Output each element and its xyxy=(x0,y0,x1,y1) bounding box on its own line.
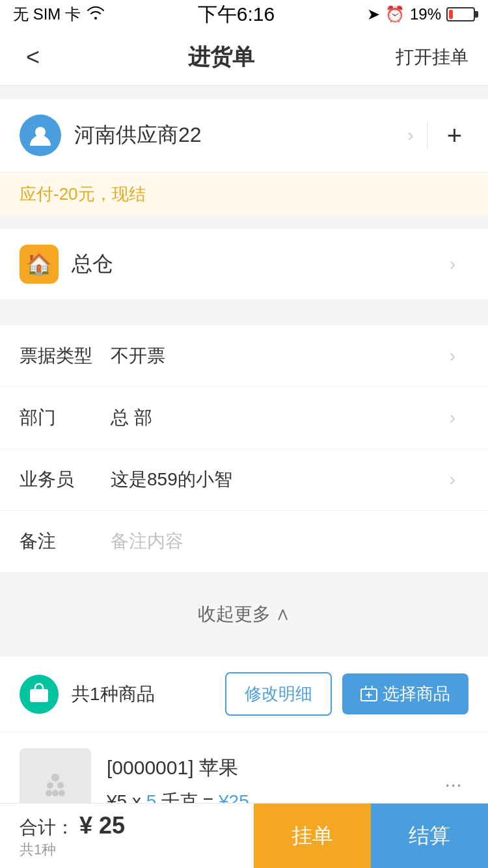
product-code: [0000001] xyxy=(107,757,193,778)
salesman-label: 业务员 xyxy=(20,467,98,492)
svg-point-10 xyxy=(59,790,65,796)
warehouse-chevron-icon: › xyxy=(450,254,455,275)
carrier-text: 无 SIM 卡 xyxy=(13,4,81,25)
status-left: 无 SIM 卡 xyxy=(13,4,105,25)
supplier-chevron-icon: › xyxy=(407,125,413,146)
svg-point-5 xyxy=(51,774,59,781)
department-value: 总 部 xyxy=(98,405,450,430)
status-right: ➤ ⏰ 19% xyxy=(367,5,475,23)
alarm-icon: ⏰ xyxy=(385,5,405,23)
open-hang-button[interactable]: 打开挂单 xyxy=(396,45,468,70)
supplier-avatar xyxy=(20,115,61,156)
salesman-value: 这是859的小智 xyxy=(98,467,450,492)
svg-rect-1 xyxy=(30,689,48,702)
location-icon: ➤ xyxy=(367,5,380,23)
warehouse-row[interactable]: 🏠 总仓 › xyxy=(0,229,488,299)
wifi-icon xyxy=(86,5,105,23)
product-header: 共1种商品 修改明细 选择商品 xyxy=(0,657,488,731)
total-count: 共1种 xyxy=(20,840,234,860)
divider-2 xyxy=(0,299,488,312)
department-label: 部门 xyxy=(20,405,98,430)
checkout-button[interactable]: 结算 xyxy=(371,804,488,869)
invoice-chevron-icon: › xyxy=(450,346,455,366)
select-product-label: 选择商品 xyxy=(383,683,450,705)
product-icon xyxy=(20,675,59,714)
home-icon: 🏠 xyxy=(26,252,52,277)
svg-point-7 xyxy=(57,782,64,789)
collapse-button[interactable]: 收起更多 ∧ xyxy=(0,585,488,644)
payment-notice: 应付-20元，现结 xyxy=(0,172,488,216)
svg-point-8 xyxy=(52,790,59,796)
product-title: 苹果 xyxy=(199,757,238,778)
bottom-total: 合计： ¥ 25 共1种 xyxy=(0,812,254,860)
divider-1 xyxy=(0,216,488,229)
total-label: 合计： xyxy=(20,815,74,840)
salesman-row[interactable]: 业务员 这是859的小智 › xyxy=(0,449,488,511)
warehouse-icon: 🏠 xyxy=(20,245,59,284)
bottom-bar: 合计： ¥ 25 共1种 挂单 结算 xyxy=(0,803,488,868)
back-button[interactable]: < xyxy=(20,37,46,77)
warehouse-section: 🏠 总仓 › xyxy=(0,229,488,299)
salesman-chevron-icon: › xyxy=(450,469,455,490)
department-row[interactable]: 部门 总 部 › xyxy=(0,387,488,449)
hang-button[interactable]: 挂单 xyxy=(254,804,371,869)
supplier-name: 河南供应商22 xyxy=(74,121,407,150)
remark-row[interactable]: 备注 备注内容 xyxy=(0,511,488,572)
invoice-row[interactable]: 票据类型 不开票 › xyxy=(0,325,488,387)
product-name: [0000001] 苹果 xyxy=(107,755,438,781)
svg-point-6 xyxy=(47,782,53,789)
supplier-divider xyxy=(427,122,427,148)
nav-bar: < 进货单 打开挂单 xyxy=(0,29,488,86)
status-time: 下午6:16 xyxy=(198,1,275,28)
battery-text: 19% xyxy=(410,5,441,23)
add-supplier-button[interactable]: + xyxy=(441,121,468,150)
supplier-row[interactable]: 河南供应商22 › + xyxy=(0,99,488,172)
status-bar: 无 SIM 卡 下午6:16 ➤ ⏰ 19% xyxy=(0,0,488,29)
total-amount: ¥ 25 xyxy=(79,812,125,839)
supplier-section: 河南供应商22 › + 应付-20元，现结 xyxy=(0,99,488,216)
form-section: 票据类型 不开票 › 部门 总 部 › 业务员 这是859的小智 › 备注 备注… xyxy=(0,325,488,572)
divider-3 xyxy=(0,644,488,657)
invoice-label: 票据类型 xyxy=(20,344,98,368)
top-divider xyxy=(0,86,488,99)
page-title: 进货单 xyxy=(188,42,254,72)
edit-detail-button[interactable]: 修改明细 xyxy=(225,672,332,716)
product-menu-button[interactable]: ··· xyxy=(438,766,468,803)
department-chevron-icon: › xyxy=(450,407,455,428)
product-count-label: 共1种商品 xyxy=(72,682,225,707)
remark-input[interactable]: 备注内容 xyxy=(98,529,468,554)
invoice-value: 不开票 xyxy=(98,344,450,368)
svg-point-9 xyxy=(46,790,52,796)
warehouse-name: 总仓 xyxy=(72,250,450,278)
battery-icon xyxy=(446,7,475,21)
select-product-button[interactable]: 选择商品 xyxy=(342,673,468,714)
remark-label: 备注 xyxy=(20,529,98,554)
